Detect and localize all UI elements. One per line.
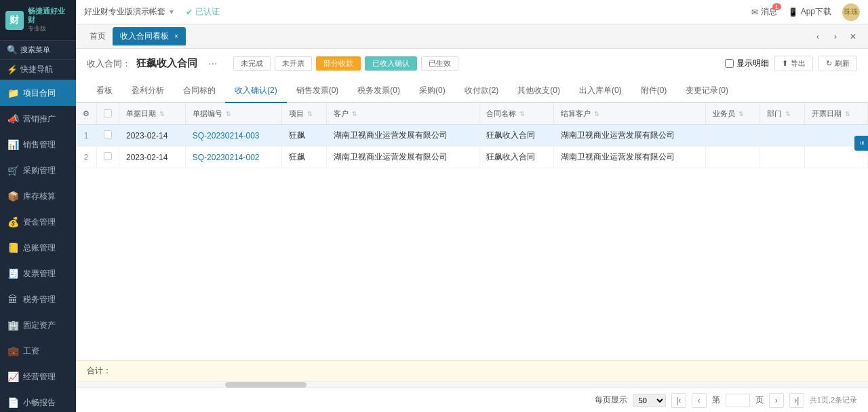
pagination: 每页显示 50 20 100 |‹ ‹ 第 1 页 › ›| 共1页,2条记录 <box>76 388 868 412</box>
message-button[interactable]: ✉ 1 消息 <box>751 6 777 18</box>
scrollbar-thumb[interactable] <box>225 382 307 388</box>
tab-tax-invoice[interactable]: 税务发票(0) <box>348 79 410 103</box>
row-2-salesperson <box>706 147 760 168</box>
per-page-select[interactable]: 50 20 100 <box>633 394 666 407</box>
sidebar-item-search[interactable]: 🔍 搜索菜单 <box>0 41 76 60</box>
tab-warehouse[interactable]: 出入库单(0) <box>570 79 631 103</box>
col-dept-header[interactable]: 部门 ⇅ <box>760 103 805 125</box>
row-checkbox-2[interactable] <box>97 147 119 168</box>
tab-next-button[interactable]: › <box>829 30 842 43</box>
col-salesperson-header[interactable]: 业务员 ⇅ <box>706 103 760 125</box>
ops-icon: 📈 <box>7 371 19 383</box>
select-all-checkbox[interactable] <box>104 109 112 117</box>
status-uninvoiced-button[interactable]: 未开票 <box>275 56 312 71</box>
show-detail-checkbox-wrapper[interactable]: 显示明细 <box>725 58 769 69</box>
col-customer-header[interactable]: 客户 ⇅ <box>327 103 479 125</box>
tab-purchase[interactable]: 采购(0) <box>410 79 455 103</box>
sidebar-item-labor[interactable]: 💼 工资 <box>0 338 76 364</box>
sidebar-funds-label: 资金管理 <box>23 217 56 228</box>
refresh-button[interactable]: ↻ 刷新 <box>818 56 857 71</box>
row-checkbox-1[interactable] <box>97 125 119 147</box>
project-icon: 📁 <box>7 87 19 99</box>
col-checkbox <box>97 103 119 125</box>
tabbar-controls: ‹ › ✕ <box>811 30 860 43</box>
sidebar-item-ops[interactable]: 📈 经营管理 <box>0 364 76 390</box>
table-row[interactable]: 2 2023-02-14 SQ-20230214-002 狂飙 湖南卫视商业运营… <box>76 147 868 168</box>
tab-close-button[interactable]: × <box>174 33 178 40</box>
pagination-next-button[interactable]: › <box>769 393 784 408</box>
sidebar-invoice-label: 发票管理 <box>23 268 56 280</box>
pagination-page-prefix: 第 <box>712 394 720 406</box>
tab-contract-subject[interactable]: 合同标的 <box>174 79 225 103</box>
company-selector[interactable]: 好业财专业版演示帐套 ▼ <box>84 6 175 18</box>
active-tab-label: 收入合同看板 <box>120 31 169 42</box>
tab-income-confirm[interactable]: 收入确认(2) <box>225 79 287 103</box>
col-billdate-header[interactable]: 开票日期 ⇅ <box>805 103 868 125</box>
right-float-button[interactable]: ≡ <box>854 136 868 151</box>
row-1-date: 2023-02-14 <box>119 125 186 147</box>
home-tab[interactable]: 首页 <box>84 28 111 45</box>
sidebar-purchase-label: 采购管理 <box>23 165 56 176</box>
sales-icon: 📊 <box>7 138 19 151</box>
active-tab[interactable]: 收入合同看板 × <box>113 27 186 45</box>
row-1-docno-link[interactable]: SQ-20230214-003 <box>193 131 260 141</box>
quick-nav-icon: ⚡ <box>7 64 18 75</box>
cert-check-icon: ✔ <box>186 7 193 17</box>
pagination-page-input[interactable]: 1 <box>726 394 750 407</box>
col-settle-customer-header[interactable]: 结算客户 ⇅ <box>553 103 705 125</box>
sidebar-item-tax[interactable]: 🏛 税务管理 <box>0 286 76 312</box>
sidebar-item-purchase[interactable]: 🛒 采购管理 <box>0 157 76 183</box>
main-area: 好业财专业版演示帐套 ▼ ✔ 已认证 ✉ 1 消息 📱 App下载 珠珠 <box>76 0 868 412</box>
tab-prev-button[interactable]: ‹ <box>811 30 825 43</box>
sidebar-item-inventory[interactable]: 📦 库存核算 <box>0 183 76 209</box>
sidebar-item-report[interactable]: 📄 小畅报告 <box>0 390 76 412</box>
tab-profit[interactable]: 盈利分析 <box>122 79 174 103</box>
col-settings: ⚙ <box>76 103 97 125</box>
tab-other-income[interactable]: 其他收支(0) <box>508 79 570 103</box>
status-incomplete-button[interactable]: 未完成 <box>233 56 271 71</box>
row-1-docno: SQ-20230214-003 <box>185 125 281 147</box>
salesperson-sort-icon: ⇅ <box>738 111 744 117</box>
company-chevron-icon: ▼ <box>168 8 175 16</box>
sidebar-marketing-label: 营销推广 <box>23 113 56 125</box>
sidebar-item-quick-nav[interactable]: ⚡ 快捷导航 <box>0 60 76 80</box>
totals-bar: 合计： <box>76 360 868 381</box>
sidebar-item-sales[interactable]: 📊 销售管理 <box>0 132 76 157</box>
show-detail-checkbox[interactable] <box>725 59 734 68</box>
sidebar-item-project[interactable]: 📁 项目合同 <box>0 80 76 106</box>
tab-close-all-button[interactable]: ✕ <box>846 30 860 43</box>
sidebar: 财 畅捷通好业财 专业版 🔍 搜索菜单 ⚡ 快捷导航 📁 项目合同 📣 营销推广… <box>0 0 76 412</box>
pagination-first-button[interactable]: |‹ <box>671 393 686 408</box>
horizontal-scrollbar[interactable] <box>76 381 868 388</box>
sidebar-item-general[interactable]: 📒 总账管理 <box>0 235 76 261</box>
status-partial-payment-button[interactable]: 部分收款 <box>316 56 361 71</box>
tab-change-log[interactable]: 变更记录(0) <box>676 79 738 103</box>
col-date-header[interactable]: 单据日期 ⇅ <box>119 103 186 125</box>
row-2-docno-link[interactable]: SQ-20230214-002 <box>193 153 260 162</box>
sidebar-item-marketing[interactable]: 📣 营销推广 <box>0 106 76 132</box>
tab-attachment[interactable]: 附件(0) <box>631 79 677 103</box>
row-1-checkbox[interactable] <box>104 130 112 138</box>
pagination-prev-button[interactable]: ‹ <box>692 393 707 408</box>
tab-kanban[interactable]: 看板 <box>87 79 122 103</box>
pagination-last-button[interactable]: ›| <box>789 393 804 408</box>
app-download-button[interactable]: 📱 App下载 <box>788 6 831 18</box>
sidebar-item-invoice[interactable]: 🧾 发票管理 <box>0 261 76 286</box>
export-icon: ⬆ <box>782 59 788 68</box>
row-num-2: 2 <box>76 147 97 168</box>
settings-icon[interactable]: ⚙ <box>83 109 90 117</box>
col-project-header[interactable]: 项目 ⇅ <box>281 103 327 125</box>
status-income-confirmed-button[interactable]: 已收入确认 <box>365 56 417 71</box>
tab-payment[interactable]: 收付款(2) <box>455 79 509 103</box>
sidebar-item-funds[interactable]: 💰 资金管理 <box>0 209 76 235</box>
sidebar-item-fixed-assets[interactable]: 🏢 固定资产 <box>0 312 76 338</box>
table-row[interactable]: 1 2023-02-14 SQ-20230214-003 狂飙 湖南卫视商业运营… <box>76 125 868 147</box>
more-options-button[interactable]: ··· <box>208 58 217 70</box>
user-profile[interactable]: 珠珠 <box>842 3 860 21</box>
tab-sales-invoice[interactable]: 销售发票(0) <box>287 79 349 103</box>
col-contract-header[interactable]: 合同名称 ⇅ <box>479 103 553 125</box>
export-button[interactable]: ⬆ 导出 <box>774 56 813 71</box>
col-docno-header[interactable]: 单据编号 ⇅ <box>185 103 281 125</box>
status-effective-button[interactable]: 已生效 <box>421 56 458 71</box>
row-2-checkbox[interactable] <box>104 152 112 160</box>
